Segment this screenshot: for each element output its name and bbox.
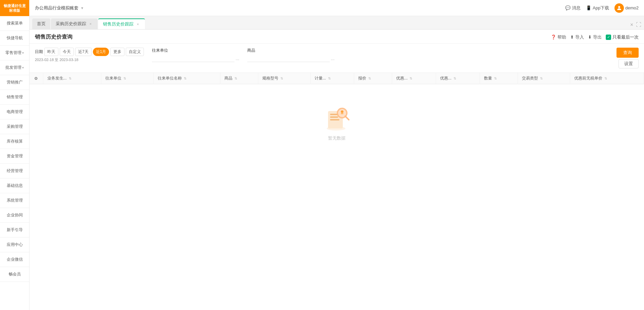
partner-dots[interactable]: ... <box>236 56 239 61</box>
goods-input[interactable] <box>247 55 329 62</box>
sidebar-item-3[interactable]: 批发管理 ▾ <box>0 60 29 75</box>
sidebar-item-11[interactable]: 基础信息 <box>0 178 29 193</box>
gear-icon[interactable]: ⚙ <box>34 76 38 81</box>
export-button[interactable]: ⬇ 导出 <box>588 34 602 40</box>
help-button[interactable]: ❓ 帮助 <box>551 34 566 40</box>
sidebar-item-8[interactable]: 库存核算 <box>0 134 29 149</box>
date-btn-2[interactable]: 近7天 <box>75 48 92 56</box>
sidebar-item-15[interactable]: 应用中心 <box>0 238 29 252</box>
topbar-left: 办公用品行业模拟账套 ▾ <box>35 5 83 11</box>
th-partner_code[interactable]: 往来单位⇅ <box>101 73 154 84</box>
message-button[interactable]: 💬 消息 <box>565 5 581 11</box>
th-business_date[interactable]: 业务发生...⇅ <box>43 73 101 84</box>
sidebar-item-2[interactable]: 零售管理 ▾ <box>0 46 29 60</box>
sidebar-item-4[interactable]: 营销推广 <box>0 75 29 90</box>
tab-purchase-history[interactable]: 采购历史价跟踪 × <box>51 18 98 29</box>
sidebar-item-label-16: 企业微信 <box>7 257 23 262</box>
partner-input-row: ... <box>152 55 239 62</box>
topbar-dropdown-icon[interactable]: ▾ <box>81 6 83 10</box>
svg-rect-10 <box>341 113 343 114</box>
sidebar-item-17[interactable]: 畅会员 <box>0 267 29 282</box>
tabbar: 首页 采购历史价跟踪 × 销售历史价跟踪 × × ⛶ <box>30 16 644 30</box>
goods-filter-group: 商品 ... <box>247 48 334 62</box>
tab-sales-history[interactable]: 销售历史价跟踪 × <box>98 18 145 29</box>
goods-dots[interactable]: ... <box>331 56 335 61</box>
page-header-actions: ❓ 帮助 ⬆ 导入 ⬇ 导出 ✓ 只看最后一次 <box>551 34 639 40</box>
query-button[interactable]: 查询 <box>616 48 639 58</box>
user-menu[interactable]: demo2 <box>614 3 639 13</box>
th-discount2[interactable]: 优惠...⇅ <box>436 73 480 84</box>
tab-purchase-close[interactable]: × <box>88 21 93 26</box>
topbar: 办公用品行业模拟账套 ▾ 💬 消息 📱 App下载 demo2 <box>30 0 644 16</box>
date-btn-5[interactable]: 自定义 <box>126 48 144 56</box>
sort-icon-pre_tax_price: ⇅ <box>604 76 607 80</box>
chat-icon: 💬 <box>565 5 571 10</box>
sidebar-item-label-17: 畅会员 <box>9 271 21 277</box>
topbar-right: 💬 消息 📱 App下载 demo2 <box>565 3 639 13</box>
svg-point-0 <box>618 6 620 8</box>
date-btn-4[interactable]: 更多 <box>110 48 124 56</box>
only-last-checkbox[interactable]: ✓ 只看最后一次 <box>606 34 639 40</box>
sort-icon-goods: ⇅ <box>234 76 237 80</box>
sidebar-item-label-12: 系统管理 <box>7 198 23 203</box>
sidebar-item-9[interactable]: 资金管理 <box>0 149 29 164</box>
th-quantity[interactable]: 数量⇅ <box>480 73 518 84</box>
sidebar-item-0[interactable]: 搜索菜单 <box>0 16 29 31</box>
empty-text: 暂无数据 <box>328 135 345 141</box>
th-spec[interactable]: 规格型号⇅ <box>258 73 310 84</box>
tab-sales-close[interactable]: × <box>136 22 140 27</box>
th-partner_name[interactable]: 往来单位名称⇅ <box>154 73 220 84</box>
data-table: ⚙业务发生...⇅往来单位⇅往来单位名称⇅商品⇅规格型号⇅计量...⇅报价⇅优惠… <box>30 73 644 84</box>
sidebar-item-13[interactable]: 企业协同 <box>0 208 29 223</box>
sidebar-item-10[interactable]: 经营管理 <box>0 164 29 178</box>
sidebar-item-label-4: 营销推广 <box>7 80 23 85</box>
sidebar-item-14[interactable]: 新手引导 <box>0 223 29 238</box>
app-download-button[interactable]: 📱 App下载 <box>586 5 609 11</box>
settings-button[interactable]: 设置 <box>619 59 639 68</box>
sidebar-item-1[interactable]: 快捷导航 <box>0 31 29 46</box>
import-button[interactable]: ⬆ 导入 <box>570 34 584 40</box>
close-all-tabs-button[interactable]: × <box>630 22 633 28</box>
th-goods[interactable]: 商品⇅ <box>220 73 258 84</box>
th-quote[interactable]: 报价⇅ <box>354 73 392 84</box>
tab-home-label: 首页 <box>37 21 46 27</box>
sort-icon-partner_name: ⇅ <box>184 76 186 80</box>
chevron-icon-2: ▾ <box>22 51 24 55</box>
th-trade_type[interactable]: 交易类型⇅ <box>518 73 570 84</box>
sidebar-item-16[interactable]: 企业微信 <box>0 252 29 267</box>
sidebar-item-label-0: 搜索菜单 <box>7 20 23 26</box>
empty-state: 暂无数据 <box>30 84 644 161</box>
date-filter-label: 日期 <box>35 49 43 55</box>
sort-icon-unit: ⇅ <box>328 76 331 80</box>
th-unit[interactable]: 计量...⇅ <box>310 73 354 84</box>
date-range-display: 2023-02-18 至 2023-03-18 <box>35 57 144 62</box>
th-pre_tax_price[interactable]: 优惠前无税单价⇅ <box>570 73 644 84</box>
sidebar-item-label-15: 应用中心 <box>7 242 23 248</box>
sidebar-item-7[interactable]: 采购管理 <box>0 119 29 134</box>
svg-line-8 <box>345 116 349 120</box>
svg-rect-5 <box>330 119 339 120</box>
sidebar-item-12[interactable]: 系统管理 <box>0 193 29 208</box>
empty-icon <box>323 104 350 131</box>
main-content: 办公用品行业模拟账套 ▾ 💬 消息 📱 App下载 demo2 首页 <box>30 0 644 310</box>
sidebar-item-label-14: 新手引导 <box>7 227 23 233</box>
th-discount1[interactable]: 优惠...⇅ <box>392 73 436 84</box>
date-btn-0[interactable]: 昨天 <box>44 48 58 56</box>
filter-bar: 日期 昨天今天近7天近1月更多自定义 2023-02-18 至 2023-03-… <box>30 44 644 73</box>
sidebar-item-label-1: 快捷导航 <box>7 35 23 41</box>
sidebar-item-label-6: 电商管理 <box>7 109 23 115</box>
sidebar-item-5[interactable]: 销售管理 <box>0 90 29 105</box>
topbar-title: 办公用品行业模拟账套 <box>35 5 78 11</box>
goods-input-row: ... <box>247 55 334 62</box>
svg-point-9 <box>341 110 343 113</box>
sidebar-item-label-13: 企业协同 <box>7 212 23 218</box>
partner-filter-group: 往来单位 ... <box>152 48 239 62</box>
date-btn-1[interactable]: 今天 <box>60 48 74 56</box>
sidebar-item-6[interactable]: 电商管理 <box>0 105 29 119</box>
th-settings: ⚙ <box>30 73 43 84</box>
tab-home[interactable]: 首页 <box>32 18 50 29</box>
partner-input[interactable] <box>152 55 234 62</box>
date-btn-3[interactable]: 近1月 <box>93 48 109 56</box>
expand-window-button[interactable]: ⛶ <box>636 22 641 28</box>
sort-icon-spec: ⇅ <box>280 76 283 80</box>
